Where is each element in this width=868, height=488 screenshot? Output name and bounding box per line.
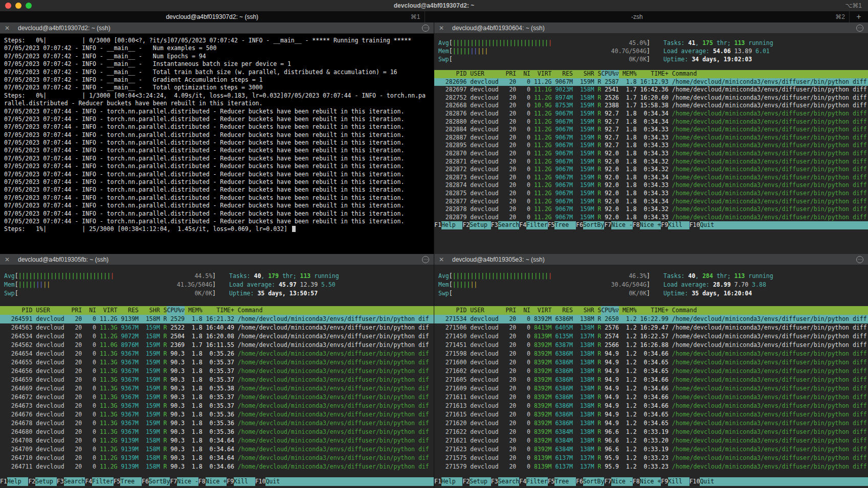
column-header-time[interactable]: TIME+ <box>203 306 234 315</box>
process-row[interactable]: 282752devcloud20011.2G8974M158MR25261.71… <box>434 94 868 102</box>
column-header-shr[interactable]: SHR <box>573 306 594 315</box>
fkey-label-f2[interactable]: Setup <box>35 477 57 486</box>
fkey-f9[interactable]: F9 <box>227 477 234 486</box>
process-row[interactable]: 282873devcloud20011.2G9067M159MR92.01.80… <box>434 174 868 182</box>
column-header-s[interactable]: S <box>594 70 602 78</box>
column-header-mem[interactable]: MEM% <box>185 306 203 315</box>
process-table-header[interactable]: PIDUSERPRINIVIRTRESSHRSCPU%▽MEM%TIME+Com… <box>434 70 868 78</box>
process-row[interactable]: 264680devcloud20011.3G9367M159MR90.31.80… <box>0 428 434 436</box>
fkey-f10[interactable]: F10 <box>689 477 700 486</box>
fkey-label-f5[interactable]: Tree <box>120 477 142 486</box>
fkey-f2[interactable]: F2 <box>462 221 470 229</box>
fkey-f1[interactable]: F1 <box>434 221 441 229</box>
column-header-cpu[interactable]: CPU%▽ <box>601 306 619 315</box>
column-header-virt[interactable]: VIRT <box>530 306 552 315</box>
column-header-shr[interactable]: SHR <box>139 306 160 315</box>
process-row[interactable]: 282870devcloud20011.2G9067M159MR92.01.80… <box>434 150 868 158</box>
column-header-s[interactable]: S <box>160 306 167 315</box>
minimize-button[interactable] <box>15 3 21 9</box>
process-row[interactable]: 264534devcloud20011.2G9072M158MR25041.81… <box>0 332 434 341</box>
close-button[interactable] <box>5 3 11 9</box>
process-row[interactable]: 282875devcloud20011.2G9067M159MR92.01.80… <box>434 190 868 198</box>
fkey-f8[interactable]: F8 <box>198 477 206 486</box>
close-icon[interactable]: ✕ <box>439 256 452 263</box>
process-row[interactable]: 264672devcloud20011.3G9367M159MR90.31.80… <box>0 393 434 402</box>
fkey-label-f9[interactable]: Kill <box>668 221 689 229</box>
fkey-f4[interactable]: F4 <box>85 477 92 486</box>
column-header-time[interactable]: TIME+ <box>637 306 669 315</box>
column-header-virt[interactable]: VIRT <box>530 70 552 78</box>
process-row[interactable]: 264678devcloud20011.3G9367M159MR90.31.80… <box>0 419 434 428</box>
fkey-f2[interactable]: F2 <box>462 477 470 486</box>
process-row[interactable]: 282876devcloud20011.2G9067M159MR92.71.80… <box>434 110 868 118</box>
fkey-label-f5[interactable]: Tree <box>554 477 576 486</box>
htop-screen[interactable]: Avg[||||||||||||||||||||||||||||45.0%]Me… <box>434 34 868 254</box>
fkey-f5[interactable]: F5 <box>548 221 555 229</box>
process-row[interactable]: 264656devcloud20011.3G9367M159MR90.31.80… <box>0 367 434 376</box>
column-header-pid[interactable]: PID <box>4 306 32 315</box>
fkey-label-f10[interactable]: Quit <box>265 477 280 486</box>
column-header-res[interactable]: RES <box>118 306 139 315</box>
process-row[interactable]: 264709devcloud20011.2G9139M158MR90.31.80… <box>0 445 434 454</box>
process-table-header[interactable]: PIDUSERPRINIVIRTRESSHRSCPU%▽MEM%TIME+Com… <box>434 306 868 315</box>
fkey-f4[interactable]: F4 <box>519 477 526 486</box>
fkey-label-f4[interactable]: Filter <box>526 477 548 486</box>
process-row[interactable]: 271602devcloud2008392M6386M138MR94.91.20… <box>434 367 868 376</box>
column-header-mem[interactable]: MEM% <box>619 70 637 78</box>
column-header-user[interactable]: USER <box>32 306 68 315</box>
column-header-pid[interactable]: PID <box>438 70 466 78</box>
fkey-f3[interactable]: F3 <box>491 221 498 229</box>
process-row[interactable]: 271620devcloud2008392M6386M138MR94.91.20… <box>434 419 868 428</box>
fkey-label-f4[interactable]: Filter <box>92 477 114 486</box>
fkey-label-f8[interactable]: Nice + <box>640 477 661 486</box>
process-row[interactable]: 271506devcloud2008413M6405M138MR25761.21… <box>434 323 868 332</box>
fkey-label-f9[interactable]: Kill <box>234 477 255 486</box>
process-row[interactable]: 271598devcloud2008392M6386M138MR94.91.20… <box>434 350 868 358</box>
fkey-label-f3[interactable]: Search <box>498 221 520 229</box>
process-row[interactable]: 282880devcloud20011.2G9067M159MR92.71.80… <box>434 118 868 126</box>
process-row[interactable]: 282696devcloud20011.2G9067M159MR25871.81… <box>434 78 868 86</box>
process-row[interactable]: 264654devcloud20011.3G9367M159MR90.31.80… <box>0 350 434 358</box>
column-header-command[interactable]: Command <box>234 306 434 315</box>
tab-zsh[interactable]: -zsh ⌘2 <box>425 11 850 22</box>
process-row[interactable]: 264711devcloud20011.2G9139M158MR90.31.80… <box>0 462 434 471</box>
column-header-res[interactable]: RES <box>552 70 573 78</box>
fkey-label-f2[interactable]: Setup <box>470 477 491 486</box>
fkey-label-f6[interactable]: SortBy <box>583 221 605 229</box>
column-header-user[interactable]: USER <box>466 306 502 315</box>
process-row[interactable]: 271609devcloud2008392M6386M138MR94.91.20… <box>434 384 868 393</box>
process-row[interactable]: 282874devcloud20011.2G9067M159MR92.01.80… <box>434 181 868 190</box>
column-header-user[interactable]: USER <box>466 70 502 78</box>
process-row[interactable]: 282871devcloud20011.2G9067M159MR92.01.80… <box>434 158 868 166</box>
column-header-ni[interactable]: NI <box>82 306 96 315</box>
process-row[interactable]: 264655devcloud20011.3G9367M159MR90.31.80… <box>0 358 434 367</box>
fkey-f4[interactable]: F4 <box>519 221 526 229</box>
close-icon[interactable]: ✕ <box>439 25 452 32</box>
fkey-label-f7[interactable]: Nice - <box>611 221 633 229</box>
htop-screen[interactable]: Avg[||||||||||||||||||||||||||||46.3%]Me… <box>434 265 868 488</box>
fkey-f2[interactable]: F2 <box>28 477 35 486</box>
process-row[interactable]: 264710devcloud20011.2G9139M158MR90.31.80… <box>0 454 434 462</box>
fkey-f1[interactable]: F1 <box>434 477 441 486</box>
pane-menu-icon[interactable]: ⋯ <box>422 256 429 263</box>
fkey-f5[interactable]: F5 <box>114 477 121 486</box>
process-row[interactable]: 282884devcloud20011.2G9067M159MR92.71.80… <box>434 126 868 134</box>
column-header-mem[interactable]: MEM% <box>619 306 637 315</box>
fkey-f7[interactable]: F7 <box>604 477 611 486</box>
fkey-label-f5[interactable]: Tree <box>554 221 576 229</box>
process-row[interactable]: 271451devcloud2008392M6387M138MR25661.21… <box>434 341 868 350</box>
fkey-label-f1[interactable]: Help <box>441 477 463 486</box>
column-header-s[interactable]: S <box>594 306 602 315</box>
process-row[interactable]: 271615devcloud2008392M6386M138MR94.91.20… <box>434 410 868 419</box>
process-row[interactable]: 282872devcloud20011.2G9067M159MR92.01.80… <box>434 166 868 174</box>
fkey-f9[interactable]: F9 <box>661 477 668 486</box>
process-row[interactable]: 282879devcloud20011.2G9067M159MR92.01.80… <box>434 214 868 222</box>
process-row[interactable]: 271600devcloud2008392M6386M138MR94.91.20… <box>434 358 868 367</box>
fkey-f1[interactable]: F1 <box>0 477 7 486</box>
process-row[interactable]: 264562devcloud20011.0G8976M159MR23691.71… <box>0 341 434 350</box>
fkey-label-f7[interactable]: Nice - <box>177 477 198 486</box>
process-row[interactable]: 271613devcloud2008392M6386M138MR94.91.20… <box>434 402 868 410</box>
process-row[interactable]: 282668devcloud20010.9G8753M159MR23881.71… <box>434 102 868 110</box>
process-row[interactable]: 271575devcloud2008139M6137M137MR95.91.20… <box>434 454 868 462</box>
fkey-label-f4[interactable]: Filter <box>526 221 548 229</box>
